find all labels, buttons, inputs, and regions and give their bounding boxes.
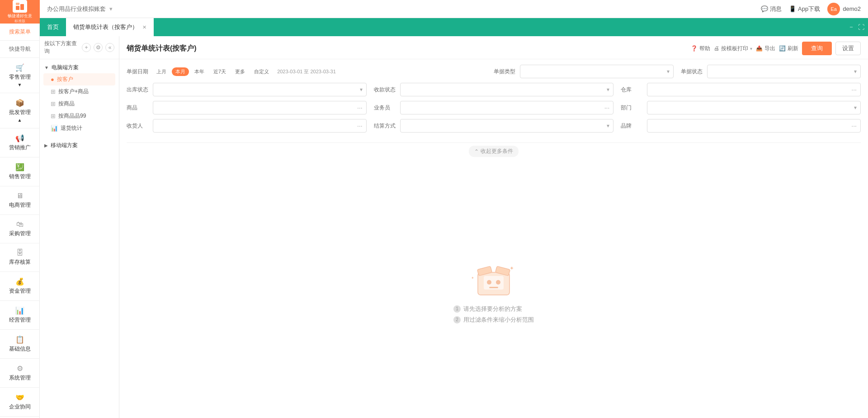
sidebar-item-finance[interactable]: 💰 资金管理	[0, 272, 40, 301]
scheme-collapse-btn[interactable]: «	[105, 43, 114, 52]
query-label: 查询	[811, 45, 823, 52]
sidebar-item-system[interactable]: ⚙ 系统管理	[0, 359, 40, 388]
settings-button[interactable]: 设置	[835, 42, 861, 55]
brand-input[interactable]: ···	[647, 119, 861, 133]
date-tab-custom[interactable]: 自定义	[250, 67, 273, 76]
date-tab-7days[interactable]: 近7天	[210, 67, 230, 76]
print-arrow: ▾	[750, 46, 752, 51]
export-label: 导出	[764, 45, 775, 52]
scheme-desktop-title[interactable]: ▼ 电脑端方案	[43, 62, 115, 73]
app-download-button[interactable]: 📱 App下载	[789, 5, 820, 13]
tab-maximize-icon[interactable]: ⛶	[858, 24, 864, 31]
sidebar-item-wholesale[interactable]: 📦 批发管理 ▲	[0, 93, 40, 128]
tab-minimize-icon[interactable]: －	[848, 23, 854, 31]
sidebar-item-basic[interactable]: 📋 基础信息	[0, 330, 40, 359]
hint-text-2: 用过滤条件来缩小分析范围	[463, 316, 534, 324]
doc-status-arrow: ▾	[854, 68, 857, 75]
customer-scheme-label: 按客户	[57, 76, 73, 83]
enterprise-icon: 🤝	[15, 393, 24, 402]
dept-input[interactable]: ▾	[647, 101, 861, 114]
sales-label: 销售管理	[9, 173, 31, 180]
doc-type-label: 单据类型	[494, 68, 516, 76]
message-button[interactable]: 💬 消息	[761, 5, 782, 13]
marketing-icon: 📢	[15, 134, 24, 142]
refresh-button[interactable]: 🔄 刷新	[779, 45, 798, 52]
payment-label: 结算方式	[374, 122, 396, 130]
filter-receipt-status-field: 收款状态 ▾	[374, 83, 614, 96]
sidebar-item-marketing[interactable]: 📢 营销推广	[0, 128, 40, 157]
query-button[interactable]: 查询	[802, 42, 832, 55]
marketing-label: 营销推广	[9, 144, 31, 152]
scheme-mobile-title[interactable]: ▶ 移动端方案	[43, 140, 115, 151]
scheme-desktop-group: ▼ 电脑端方案 ● 按客户 ⊞ 按客户+商品 ⊞ 按商品 ⊞ 按商品品99	[40, 59, 119, 137]
date-label: 单据日期	[127, 68, 149, 76]
sidebar-item-purchase[interactable]: 🛍 采购管理	[0, 215, 40, 243]
customer-scheme-icon: ●	[51, 76, 54, 83]
page-title: 销货单统计表(按客户)	[127, 44, 197, 53]
retail-label: 零售管理	[9, 73, 31, 81]
filter-goods-field: 商品 ···	[127, 101, 367, 114]
date-tab-this-year[interactable]: 本年	[191, 67, 208, 76]
scheme-edit-btn[interactable]: ⚙	[94, 43, 103, 52]
tab-bar-right: － ⛶	[848, 23, 868, 31]
filter-doc-type-field: 单据类型 ▾	[494, 65, 674, 78]
inventory-icon: 🗄	[16, 249, 24, 257]
scheme-item-customer-goods[interactable]: ⊞ 按客户+商品	[43, 86, 115, 98]
warehouse-input[interactable]: ···	[647, 83, 861, 96]
salesperson-label: 业务员	[374, 104, 396, 112]
customer-goods-icon: ⊞	[51, 88, 56, 95]
scheme-item-by-customer[interactable]: ● 按客户	[43, 73, 115, 86]
filter-payment-field: 结算方式 ▾	[374, 119, 614, 133]
out-status-input[interactable]: ▾	[153, 83, 367, 96]
breadcrumb-text: 办公用品行业模拟账套	[47, 5, 106, 13]
recipient-label: 收货人	[127, 122, 149, 130]
help-button[interactable]: ❓ 帮助	[691, 45, 710, 52]
filter-form: 单据日期 上月 本月 本年 近7天 更多 自定义 2023-03-01 至 20…	[119, 59, 868, 142]
main-area: 办公用品行业模拟账套 ▾ 💬 消息 📱 App下载 Ea demo2 首页	[40, 0, 868, 418]
export-button[interactable]: 📤 导出	[756, 45, 775, 52]
sidebar-item-operation[interactable]: 📊 经营管理	[0, 301, 40, 330]
sidebar-item-sales[interactable]: 💹 销售管理	[0, 157, 40, 186]
payment-input[interactable]: ▾	[400, 119, 614, 133]
sidebar-item-enterprise[interactable]: 🤝 企业协同	[0, 388, 40, 417]
sidebar-item-inventory[interactable]: 🗄 库存核算	[0, 243, 40, 272]
help-label: 帮助	[699, 45, 710, 52]
date-tab-more[interactable]: 更多	[231, 67, 249, 76]
collapse-icon: «	[108, 44, 112, 51]
goods-input[interactable]: ···	[153, 101, 367, 114]
username-label: demo2	[843, 5, 861, 12]
edit-icon: ⚙	[96, 44, 101, 51]
user-menu[interactable]: Ea demo2	[827, 3, 861, 15]
scheme-item-return-stat[interactable]: 📊 退货统计	[43, 122, 115, 134]
collapse-button[interactable]: ⌃ 收起更多条件	[469, 146, 519, 157]
salesperson-input[interactable]: ···	[400, 101, 614, 114]
sidebar-search-menu[interactable]: 搜索菜单	[0, 24, 40, 41]
by-goods-99-icon: ⊞	[51, 113, 56, 119]
receipt-status-input[interactable]: ▾	[400, 83, 614, 96]
scheme-item-by-goods[interactable]: ⊞ 按商品	[43, 98, 115, 110]
hint-num-2: 2	[453, 316, 461, 323]
scheme-add-btn[interactable]: +	[82, 43, 91, 52]
message-label: 消息	[770, 5, 782, 13]
date-tab-last-month[interactable]: 上月	[153, 67, 170, 76]
tab-sales-stat[interactable]: 销货单统计表（按客户） ✕	[66, 18, 154, 36]
tab-home[interactable]: 首页	[40, 18, 66, 36]
sidebar-item-retail[interactable]: 🛒 零售管理 ▼	[0, 58, 40, 93]
sidebar-item-ecom[interactable]: 🖥 电商管理	[0, 186, 40, 215]
filter-out-status-field: 出库状态 ▾	[127, 83, 367, 96]
svg-text:✦: ✦	[509, 265, 514, 271]
svg-point-8	[496, 280, 500, 285]
sidebar-quick-nav[interactable]: 快捷导航	[0, 41, 40, 58]
doc-type-input[interactable]: ▾	[520, 65, 674, 78]
scheme-item-by-goods-99[interactable]: ⊞ 按商品品99	[43, 110, 115, 122]
svg-text:✦: ✦	[471, 276, 474, 280]
recipient-input[interactable]: ···	[153, 119, 367, 133]
dept-label: 部门	[621, 104, 643, 112]
print-button[interactable]: 🖨 按模板打印 ▾	[714, 45, 752, 52]
tab-close-icon[interactable]: ✕	[142, 24, 146, 30]
date-tab-this-month[interactable]: 本月	[172, 67, 189, 76]
doc-status-input[interactable]: ▾	[707, 65, 861, 78]
sidebar-logo[interactable]: 畅捷通好生意 标准版	[0, 0, 40, 24]
by-goods-icon: ⊞	[51, 100, 56, 107]
collapse-row: ⌃ 收起更多条件	[127, 142, 861, 160]
